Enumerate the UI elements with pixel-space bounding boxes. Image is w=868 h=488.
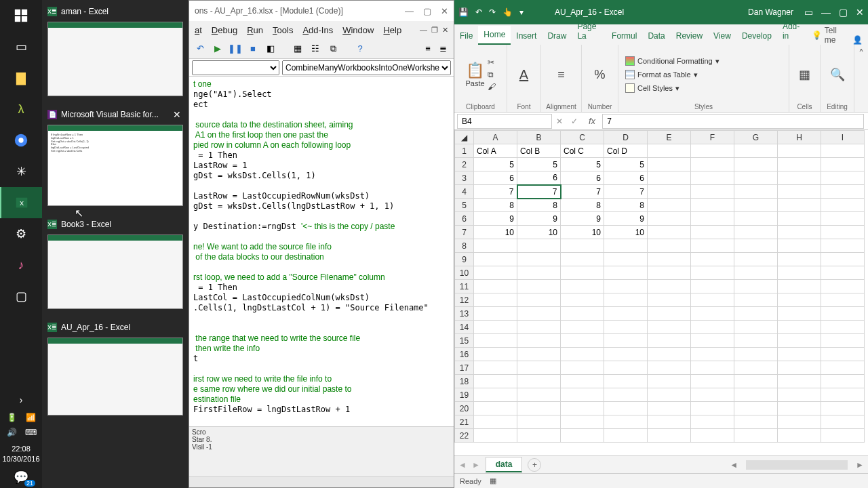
cell[interactable] bbox=[517, 348, 561, 361]
ribbon-tab[interactable]: Page La bbox=[572, 18, 606, 45]
cell[interactable]: 6 bbox=[604, 171, 648, 185]
cell[interactable] bbox=[691, 429, 734, 443]
ribbon-tab[interactable]: Formul bbox=[606, 27, 642, 45]
cell[interactable] bbox=[691, 212, 734, 226]
cell[interactable] bbox=[734, 307, 778, 321]
row-header[interactable]: 9 bbox=[455, 253, 474, 266]
cell[interactable] bbox=[561, 334, 604, 348]
cell[interactable] bbox=[648, 348, 691, 361]
cell[interactable] bbox=[691, 334, 734, 348]
cell[interactable] bbox=[821, 280, 865, 293]
cell[interactable] bbox=[648, 361, 691, 375]
start-button[interactable] bbox=[0, 0, 42, 31]
cell[interactable] bbox=[648, 199, 691, 212]
editing-icon[interactable]: 🔍 bbox=[830, 67, 845, 82]
format-as-table-button[interactable]: Format as Table ▾ bbox=[623, 68, 701, 81]
cell[interactable] bbox=[821, 171, 865, 185]
cell[interactable] bbox=[778, 361, 821, 375]
cell[interactable] bbox=[821, 239, 865, 253]
row-header[interactable]: 18 bbox=[455, 375, 474, 388]
cell[interactable] bbox=[474, 334, 517, 348]
row-header[interactable]: 4 bbox=[455, 185, 474, 199]
copy-icon[interactable]: ⧉ bbox=[488, 70, 496, 79]
paste-icon[interactable]: 📋 bbox=[466, 62, 484, 79]
cell[interactable]: 6 bbox=[474, 171, 517, 185]
cell[interactable] bbox=[474, 321, 517, 334]
cell[interactable] bbox=[691, 348, 734, 361]
run-icon[interactable]: ▶ bbox=[211, 42, 224, 56]
cell[interactable]: 5 bbox=[604, 158, 648, 171]
stop-icon[interactable]: ■ bbox=[246, 42, 260, 56]
cell[interactable] bbox=[821, 321, 865, 334]
ribbon-tab[interactable]: Home bbox=[478, 26, 511, 45]
cell[interactable] bbox=[734, 402, 778, 415]
cell[interactable] bbox=[561, 321, 604, 334]
fx-icon[interactable]: fx bbox=[589, 116, 595, 126]
cell[interactable] bbox=[604, 402, 648, 415]
ribbon-tab[interactable]: Data bbox=[642, 27, 670, 45]
cell[interactable]: 7 bbox=[561, 185, 604, 199]
cell[interactable] bbox=[648, 239, 691, 253]
cell[interactable]: 5 bbox=[474, 158, 517, 171]
cell[interactable] bbox=[734, 212, 778, 226]
task-thumbnail[interactable]: X≣Book3 - Excel bbox=[42, 213, 189, 316]
ribbon-tab[interactable]: View bbox=[708, 27, 736, 45]
row-header[interactable]: 13 bbox=[455, 307, 474, 321]
cell[interactable] bbox=[517, 266, 561, 280]
close-icon[interactable]: ✕ bbox=[856, 7, 864, 18]
row-header[interactable]: 11 bbox=[455, 280, 474, 293]
cell[interactable]: Col A bbox=[474, 144, 517, 158]
cell[interactable] bbox=[517, 375, 561, 388]
cell[interactable] bbox=[734, 199, 778, 212]
cell[interactable]: 9 bbox=[561, 212, 604, 226]
itunes-icon[interactable]: ♪ bbox=[0, 249, 42, 281]
number-format-icon[interactable]: % bbox=[594, 68, 605, 82]
cell[interactable] bbox=[517, 402, 561, 415]
row-header[interactable]: 10 bbox=[455, 266, 474, 280]
cell[interactable] bbox=[691, 266, 734, 280]
cell[interactable] bbox=[734, 253, 778, 266]
design-mode-icon[interactable]: ◧ bbox=[264, 42, 277, 56]
cell[interactable] bbox=[561, 361, 604, 375]
menu-item[interactable]: Run bbox=[247, 25, 263, 35]
cell[interactable] bbox=[474, 388, 517, 402]
cell[interactable] bbox=[604, 280, 648, 293]
cell[interactable] bbox=[604, 321, 648, 334]
conditional-formatting-button[interactable]: Conditional Formatting ▾ bbox=[623, 55, 722, 67]
cell[interactable] bbox=[648, 429, 691, 443]
vbe-titlebar[interactable]: ons - AU_Apr_16.xlsx - [Module1 (Code)] … bbox=[189, 1, 454, 21]
cell[interactable] bbox=[517, 334, 561, 348]
cell[interactable] bbox=[734, 361, 778, 375]
cell[interactable]: Col D bbox=[604, 144, 648, 158]
cell[interactable] bbox=[648, 266, 691, 280]
volume-icon[interactable]: 🔊 bbox=[2, 425, 21, 440]
cell[interactable] bbox=[778, 239, 821, 253]
settings-icon[interactable]: ⚙ bbox=[0, 218, 42, 249]
cell[interactable] bbox=[561, 429, 604, 443]
help-icon[interactable]: ? bbox=[353, 42, 367, 56]
collapse-ribbon-icon[interactable]: ˄ bbox=[854, 45, 868, 112]
cell[interactable] bbox=[821, 375, 865, 388]
cell[interactable] bbox=[561, 348, 604, 361]
column-header[interactable]: C bbox=[561, 131, 604, 144]
cell[interactable] bbox=[691, 185, 734, 199]
cell[interactable] bbox=[604, 334, 648, 348]
cell[interactable] bbox=[821, 307, 865, 321]
cell[interactable] bbox=[821, 226, 865, 239]
cell[interactable] bbox=[474, 239, 517, 253]
menu-item[interactable]: Add-Ins bbox=[302, 25, 333, 35]
cell[interactable]: 10 bbox=[517, 226, 561, 239]
cell[interactable] bbox=[734, 334, 778, 348]
save-icon[interactable]: 💾 bbox=[458, 7, 469, 17]
cell[interactable] bbox=[561, 402, 604, 415]
battery-icon[interactable]: 🔋 bbox=[2, 410, 21, 425]
ribbon-options-icon[interactable]: ▭ bbox=[804, 7, 813, 18]
cell[interactable] bbox=[474, 253, 517, 266]
cell[interactable] bbox=[691, 388, 734, 402]
cell[interactable]: 10 bbox=[604, 226, 648, 239]
cell[interactable] bbox=[821, 144, 865, 158]
cell[interactable] bbox=[561, 375, 604, 388]
row-header[interactable]: 3 bbox=[455, 171, 474, 185]
horizontal-scrollbar[interactable] bbox=[746, 460, 848, 470]
cell[interactable] bbox=[734, 280, 778, 293]
